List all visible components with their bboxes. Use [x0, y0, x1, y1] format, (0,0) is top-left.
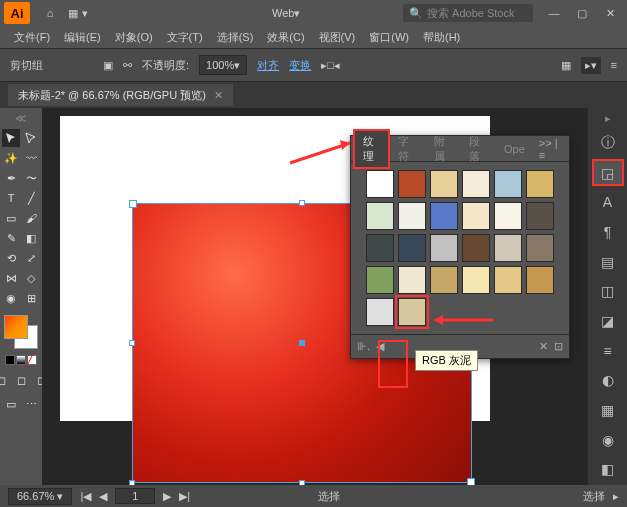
transform-icon[interactable]: ▣: [103, 59, 113, 72]
document-tab[interactable]: 未标题-2* @ 66.67% (RGB/GPU 预览) ✕: [8, 84, 233, 106]
swatch-4[interactable]: [494, 170, 522, 198]
swatch-23[interactable]: [526, 266, 554, 294]
brush-tool[interactable]: 🖌: [22, 209, 40, 227]
swatch-15[interactable]: [462, 234, 490, 262]
swatch-10[interactable]: [494, 202, 522, 230]
shape-builder-tool[interactable]: ◉: [2, 289, 20, 307]
swatch-1[interactable]: [398, 170, 426, 198]
swatch-17[interactable]: [526, 234, 554, 262]
opacity-input[interactable]: 100% ▾: [199, 55, 247, 75]
minimize-button[interactable]: —: [541, 3, 567, 23]
swatch-20[interactable]: [430, 266, 458, 294]
arrange-icon[interactable]: ▦ ▾: [66, 2, 90, 24]
menu-help[interactable]: 帮助(H): [417, 28, 466, 47]
perspective-tool[interactable]: ⊞: [22, 289, 40, 307]
tab-paragraph[interactable]: 段落: [461, 131, 494, 167]
swatch-25[interactable]: [398, 298, 426, 326]
draw-behind[interactable]: ◻: [12, 371, 30, 389]
type-tool[interactable]: T: [2, 189, 20, 207]
width-tool[interactable]: ⋈: [2, 269, 20, 287]
curvature-tool[interactable]: 〜: [22, 169, 40, 187]
swatch-7[interactable]: [398, 202, 426, 230]
layers-panel-icon[interactable]: ◧: [594, 457, 622, 481]
selection-tool[interactable]: [2, 129, 20, 147]
swatch-13[interactable]: [398, 234, 426, 262]
menu-effect[interactable]: 效果(C): [261, 28, 310, 47]
nav-first-icon[interactable]: |◀: [80, 490, 91, 503]
swatch-2[interactable]: [430, 170, 458, 198]
eraser-tool[interactable]: ◧: [22, 229, 40, 247]
line-tool[interactable]: ╱: [22, 189, 40, 207]
free-transform-tool[interactable]: ◇: [22, 269, 40, 287]
swatch-18[interactable]: [366, 266, 394, 294]
menu-type[interactable]: 文字(T): [161, 28, 209, 47]
color-mode-icons[interactable]: ╱: [5, 355, 37, 365]
tab-more[interactable]: Ope: [496, 140, 533, 158]
new-swatch-icon[interactable]: ✕: [539, 340, 548, 353]
draw-normal[interactable]: ◻: [0, 371, 10, 389]
properties-panel-icon[interactable]: ⓘ: [594, 131, 622, 155]
close-tab-icon[interactable]: ✕: [214, 89, 223, 102]
transform-panel-icon[interactable]: ◫: [594, 279, 622, 303]
tab-texture[interactable]: 纹理: [355, 131, 388, 167]
menu-window[interactable]: 窗口(W): [363, 28, 415, 47]
swatch-11[interactable]: [526, 202, 554, 230]
edit-toolbar[interactable]: ⋯: [22, 395, 40, 413]
swatch-6[interactable]: [366, 202, 394, 230]
screen-mode[interactable]: ▭: [2, 395, 20, 413]
libraries-panel-icon[interactable]: ◲: [594, 161, 622, 185]
swatch-3[interactable]: [462, 170, 490, 198]
swatch-22[interactable]: [494, 266, 522, 294]
lasso-tool[interactable]: 〰: [22, 149, 40, 167]
tab-character[interactable]: 字符: [390, 131, 423, 167]
magic-wand-tool[interactable]: ✨: [2, 149, 20, 167]
toolbar-grip[interactable]: ≪: [15, 112, 27, 125]
align-panel-icon[interactable]: ▤: [594, 250, 622, 274]
grid-icon[interactable]: ▦: [561, 59, 571, 72]
tab-opentype[interactable]: 附属: [426, 131, 459, 167]
rectangle-tool[interactable]: ▭: [2, 209, 20, 227]
rotate-tool[interactable]: ⟲: [2, 249, 20, 267]
delete-swatch-icon[interactable]: ⊡: [554, 340, 563, 353]
shaper-tool[interactable]: ✎: [2, 229, 20, 247]
close-button[interactable]: ✕: [597, 3, 623, 23]
paragraph-panel-icon[interactable]: ¶: [594, 220, 622, 244]
gradient-panel-icon[interactable]: ◐: [594, 368, 622, 392]
transparency-panel-icon[interactable]: ▦: [594, 398, 622, 422]
swatch-19[interactable]: [398, 266, 426, 294]
direct-selection-tool[interactable]: [22, 129, 40, 147]
home-icon[interactable]: ⌂: [38, 2, 62, 24]
zoom-level[interactable]: 66.67% ▾: [8, 488, 72, 505]
menu-file[interactable]: 文件(F): [8, 28, 56, 47]
snap-icon[interactable]: ▸▾: [581, 57, 601, 74]
isolate-icon[interactable]: ▸□◂: [321, 59, 340, 72]
stroke-panel-icon[interactable]: ≡: [594, 339, 622, 363]
menu-select[interactable]: 选择(S): [211, 28, 260, 47]
swatch-24[interactable]: [366, 298, 394, 326]
pathfinder-panel-icon[interactable]: ◪: [594, 309, 622, 333]
list-icon[interactable]: ≡: [611, 59, 617, 71]
swatch-libraries-icon[interactable]: ⊪.: [357, 340, 370, 353]
menu-edit[interactable]: 编辑(E): [58, 28, 107, 47]
artboard-number[interactable]: 1: [115, 488, 155, 504]
character-panel-icon[interactable]: A: [594, 190, 622, 214]
workspace-label[interactable]: Web: [272, 7, 294, 19]
swatch-16[interactable]: [494, 234, 522, 262]
swatch-14[interactable]: [430, 234, 458, 262]
swatch-21[interactable]: [462, 266, 490, 294]
pen-tool[interactable]: ✒: [2, 169, 20, 187]
transform-link[interactable]: 变换: [289, 58, 311, 73]
appearance-panel-icon[interactable]: ◉: [594, 428, 622, 452]
show-kinds-icon[interactable]: ◀: [376, 340, 384, 353]
align-link[interactable]: 对齐: [257, 58, 279, 73]
scale-tool[interactable]: ⤢: [22, 249, 40, 267]
dock-grip[interactable]: ▸: [605, 112, 611, 125]
nav-last-icon[interactable]: ▶|: [179, 490, 190, 503]
nav-next-icon[interactable]: ▶: [163, 490, 171, 503]
swatch-5[interactable]: [526, 170, 554, 198]
fill-stroke-swatch[interactable]: [4, 315, 38, 349]
swatch-8[interactable]: [430, 202, 458, 230]
swatch-0[interactable]: [366, 170, 394, 198]
panel-menu-icon[interactable]: >> | ≡: [535, 137, 565, 161]
search-input[interactable]: 🔍 搜索 Adobe Stock: [403, 4, 533, 22]
